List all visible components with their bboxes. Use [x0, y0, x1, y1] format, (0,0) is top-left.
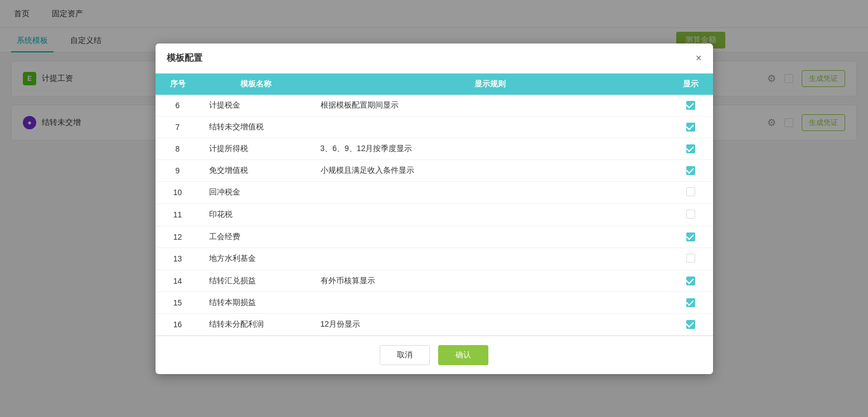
row-rule-6 [312, 226, 668, 248]
modal-overlay: 模板配置 × 序号 模板名称 显示规则 显示 6计提税金根据模板配置期间显 [0, 0, 868, 417]
row-checkbox-cell-9 [668, 292, 713, 313]
row-name-0: 计提税金 [200, 95, 312, 117]
modal-footer: 取消 确认 [156, 336, 713, 374]
row-checkbox-1[interactable] [686, 123, 695, 132]
row-index-0: 6 [156, 95, 200, 117]
table-row: 16结转未分配利润12月份显示 [156, 313, 713, 335]
cancel-button[interactable]: 取消 [380, 345, 430, 365]
row-checkbox-7[interactable] [686, 254, 695, 263]
row-name-6: 工会经费 [200, 226, 312, 248]
row-rule-3: 小规模且满足收入条件显示 [312, 159, 668, 181]
table-row: 9免交增值税小规模且满足收入条件显示 [156, 159, 713, 181]
row-name-4: 回冲税金 [200, 181, 312, 203]
row-checkbox-cell-6 [668, 226, 713, 248]
row-index-9: 15 [156, 292, 200, 313]
table-row: 8计提所得税3、6、9、12月按季度显示 [156, 138, 713, 159]
table-row: 10回冲税金 [156, 181, 713, 203]
modal-body: 序号 模板名称 显示规则 显示 6计提税金根据模板配置期间显示7结转未交增值税8… [156, 74, 713, 336]
row-checkbox-9[interactable] [686, 298, 695, 307]
row-rule-1 [312, 116, 668, 138]
col-header-index: 序号 [156, 74, 200, 95]
col-header-name: 模板名称 [200, 74, 312, 95]
row-checkbox-cell-5 [668, 203, 713, 226]
row-rule-4 [312, 181, 668, 203]
table-row: 14结转汇兑损益有外币核算显示 [156, 270, 713, 292]
row-index-7: 13 [156, 248, 200, 270]
row-checkbox-2[interactable] [686, 144, 695, 153]
modal-title: 模板配置 [167, 52, 202, 64]
modal-header: 模板配置 × [156, 43, 713, 74]
row-index-8: 14 [156, 270, 200, 292]
row-index-6: 12 [156, 226, 200, 248]
template-config-modal: 模板配置 × 序号 模板名称 显示规则 显示 6计提税金根据模板配置期间显 [156, 43, 713, 374]
row-checkbox-cell-4 [668, 181, 713, 203]
row-name-7: 地方水利基金 [200, 248, 312, 270]
table-row: 7结转未交增值税 [156, 116, 713, 138]
table-row: 12工会经费 [156, 226, 713, 248]
config-table: 序号 模板名称 显示规则 显示 6计提税金根据模板配置期间显示7结转未交增值税8… [156, 74, 713, 336]
row-checkbox-cell-3 [668, 159, 713, 181]
row-index-10: 16 [156, 313, 200, 335]
table-head: 序号 模板名称 显示规则 显示 [156, 74, 713, 95]
table-row: 11印花税 [156, 203, 713, 226]
row-rule-0: 根据模板配置期间显示 [312, 95, 668, 117]
row-rule-9 [312, 292, 668, 313]
row-checkbox-10[interactable] [686, 320, 695, 329]
table-header-row: 序号 模板名称 显示规则 显示 [156, 74, 713, 95]
confirm-button[interactable]: 确认 [438, 345, 488, 365]
row-name-10: 结转未分配利润 [200, 313, 312, 335]
table-scroll-area[interactable]: 序号 模板名称 显示规则 显示 6计提税金根据模板配置期间显示7结转未交增值税8… [156, 74, 713, 336]
row-checkbox-cell-0 [668, 95, 713, 117]
row-name-3: 免交增值税 [200, 159, 312, 181]
row-rule-8: 有外币核算显示 [312, 270, 668, 292]
row-checkbox-6[interactable] [686, 232, 695, 241]
row-rule-10: 12月份显示 [312, 313, 668, 335]
row-checkbox-cell-2 [668, 138, 713, 159]
row-rule-5 [312, 203, 668, 226]
row-checkbox-0[interactable] [686, 101, 695, 110]
row-index-1: 7 [156, 116, 200, 138]
row-rule-7 [312, 248, 668, 270]
row-index-4: 10 [156, 181, 200, 203]
table-row: 6计提税金根据模板配置期间显示 [156, 95, 713, 117]
row-checkbox-cell-7 [668, 248, 713, 270]
row-checkbox-cell-10 [668, 313, 713, 335]
col-header-display: 显示 [668, 74, 713, 95]
row-name-2: 计提所得税 [200, 138, 312, 159]
row-checkbox-4[interactable] [686, 187, 695, 196]
row-rule-2: 3、6、9、12月按季度显示 [312, 138, 668, 159]
row-name-8: 结转汇兑损益 [200, 270, 312, 292]
row-index-5: 11 [156, 203, 200, 226]
table-body: 6计提税金根据模板配置期间显示7结转未交增值税8计提所得税3、6、9、12月按季… [156, 95, 713, 336]
modal-close-button[interactable]: × [696, 53, 702, 63]
col-header-rule: 显示规则 [312, 74, 668, 95]
row-checkbox-cell-8 [668, 270, 713, 292]
row-index-3: 9 [156, 159, 200, 181]
row-checkbox-5[interactable] [686, 210, 695, 219]
row-checkbox-cell-1 [668, 116, 713, 138]
row-name-5: 印花税 [200, 203, 312, 226]
row-index-2: 8 [156, 138, 200, 159]
table-row: 13地方水利基金 [156, 248, 713, 270]
table-row: 15结转本期损益 [156, 292, 713, 313]
row-checkbox-8[interactable] [686, 277, 695, 285]
row-name-1: 结转未交增值税 [200, 116, 312, 138]
row-name-9: 结转本期损益 [200, 292, 312, 313]
row-checkbox-3[interactable] [686, 166, 695, 175]
